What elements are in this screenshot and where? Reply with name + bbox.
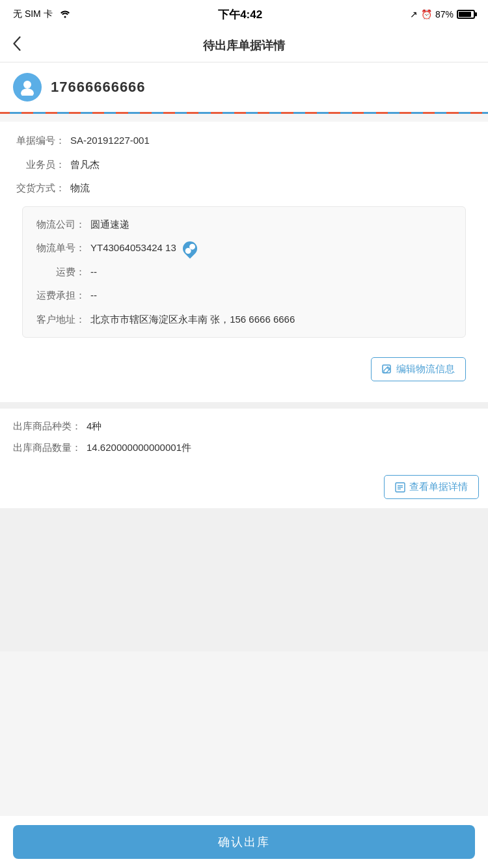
delivery-value: 物流 [70, 181, 475, 196]
view-detail-label: 查看单据详情 [409, 481, 468, 493]
delivery-label: 交货方式： [13, 181, 65, 196]
freight-row: 运费： -- [33, 265, 455, 280]
location-status-icon: ↗ [410, 9, 418, 20]
doc-number-row: 单据编号： SA-20191227-001 [13, 133, 475, 148]
freight-bearer-value: -- [90, 288, 455, 303]
document-info-section: 单据编号： SA-20191227-001 业务员： 曾凡杰 交货方式： 物流 … [0, 122, 488, 402]
doc-number-label: 单据编号： [13, 133, 65, 148]
confirm-button-area: 确认出库 [0, 816, 488, 868]
address-label: 客户地址： [33, 312, 85, 327]
carrier-text: 无 SIM 卡 [13, 8, 70, 20]
doc-number-value: SA-20191227-001 [70, 133, 475, 148]
salesman-row: 业务员： 曾凡杰 [13, 157, 475, 172]
outbound-types-label: 出库商品种类： [13, 420, 81, 433]
contact-header: 17666666666 [0, 62, 488, 114]
outbound-quantity-value: 14.620000000000001件 [87, 442, 191, 454]
delivery-row: 交货方式： 物流 [13, 181, 475, 196]
freight-bearer-row: 运费承担： -- [33, 288, 455, 303]
logistics-card: 物流公司： 圆通速递 物流单号： YT43064053424 13 运费： -- [22, 206, 466, 338]
back-button[interactable] [8, 31, 26, 60]
view-detail-row: 查看单据详情 [0, 466, 488, 508]
status-time: 下午4:42 [218, 7, 262, 22]
outbound-section: 出库商品种类： 4种 出库商品数量： 14.620000000000001件 [0, 409, 488, 466]
logistics-company-row: 物流公司： 圆通速递 [33, 217, 455, 232]
svg-point-0 [64, 16, 66, 18]
freight-value: -- [90, 265, 455, 280]
outbound-quantity-label: 出库商品数量： [13, 442, 81, 454]
outbound-quantity-row: 出库商品数量： 14.620000000000001件 [13, 442, 475, 454]
address-row: 客户地址： 北京市市辖区海淀区永丰南 张，156 6666 6666 [33, 312, 455, 327]
tracking-number-row: 物流单号： YT43064053424 13 [33, 241, 455, 256]
status-right-icons: ↗ ⏰ 87% [410, 9, 475, 20]
empty-spacer [0, 508, 488, 651]
alarm-status-icon: ⏰ [421, 9, 432, 20]
svg-point-1 [23, 81, 31, 88]
salesman-label: 业务员： [13, 157, 65, 172]
tracking-number-text: YT43064053424 13 [90, 241, 176, 256]
status-bar: 无 SIM 卡 下午4:42 ↗ ⏰ 87% [0, 0, 488, 29]
confirm-outbound-button[interactable]: 确认出库 [13, 825, 475, 859]
salesman-value: 曾凡杰 [70, 157, 475, 172]
edit-logistics-button[interactable]: 编辑物流信息 [371, 357, 466, 381]
edit-logistics-label: 编辑物流信息 [396, 363, 455, 375]
contact-phone: 17666666666 [51, 79, 146, 96]
edit-button-row: 编辑物流信息 [13, 348, 475, 390]
tracking-label: 物流单号： [33, 241, 85, 256]
edit-icon [382, 364, 392, 375]
outbound-types-value: 4种 [87, 420, 102, 433]
detail-icon [395, 482, 405, 493]
svg-point-2 [21, 88, 34, 96]
logistics-company-label: 物流公司： [33, 217, 85, 232]
section-divider [0, 402, 488, 409]
outbound-types-row: 出库商品种类： 4种 [13, 420, 475, 433]
tracking-value: YT43064053424 13 [90, 241, 455, 256]
logistics-company-value: 圆通速递 [90, 217, 455, 232]
battery-icon [457, 10, 475, 19]
freight-label: 运费： [33, 265, 85, 280]
page-title: 待出库单据详情 [203, 38, 285, 53]
freight-bearer-label: 运费承担： [33, 288, 85, 303]
nav-bar: 待出库单据详情 [0, 29, 488, 62]
address-value: 北京市市辖区海淀区永丰南 张，156 6666 6666 [90, 312, 455, 327]
battery-percent: 87% [435, 9, 454, 20]
avatar [13, 73, 42, 102]
tracking-location-icon[interactable] [183, 241, 197, 255]
view-detail-button[interactable]: 查看单据详情 [384, 475, 479, 499]
